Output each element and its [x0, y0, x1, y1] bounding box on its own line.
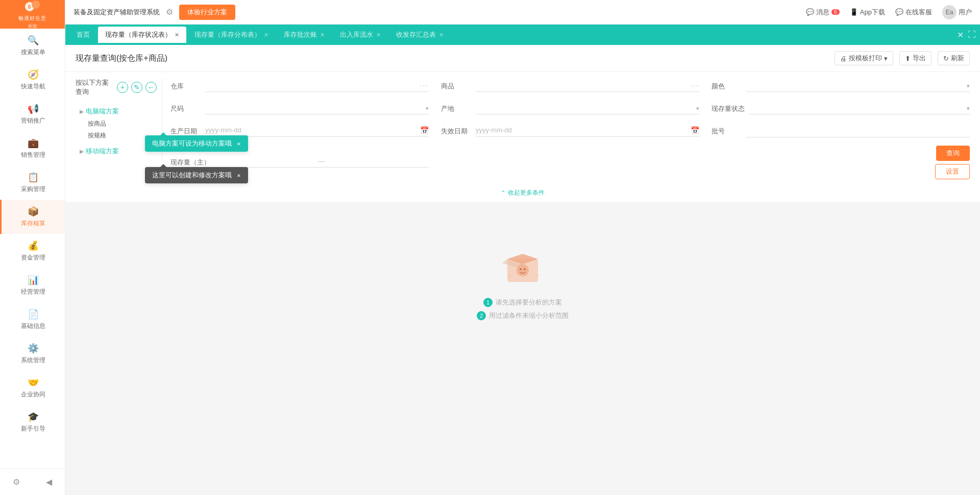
- print-dropdown-icon: ▾: [884, 55, 888, 62]
- stock-qty-to-input[interactable]: [327, 157, 429, 165]
- filter-batch-no: 批号: [712, 123, 970, 139]
- tabbar-right: ✕ ⛶: [957, 30, 976, 40]
- sidebar-item-system[interactable]: ⚙️系统管理: [0, 337, 65, 371]
- scheme-tooltip-1: 电脑方案可设为移动方案哦 ×: [145, 135, 248, 152]
- support-icon: 💬: [895, 8, 903, 16]
- sidebar-bottom: ⚙ ◀: [0, 468, 65, 495]
- collapse-bar[interactable]: ⌃ 收起更多条件: [76, 185, 970, 202]
- tab-close-inventory-dist[interactable]: ✕: [264, 32, 268, 38]
- tab-batch-account[interactable]: 库存批次账 ✕: [277, 27, 332, 43]
- produce-date-calendar-icon[interactable]: 📅: [420, 126, 429, 134]
- svg-point-6: [517, 264, 529, 276]
- export-icon: ⬆: [905, 55, 911, 62]
- print-btn[interactable]: 🖨 按模板打印 ▾: [835, 51, 893, 65]
- sidebar-item-purchase[interactable]: 📋采购管理: [0, 166, 65, 200]
- reset-button[interactable]: 设置: [935, 164, 970, 179]
- filter-size: 尺码 ▾: [170, 101, 429, 117]
- filter-origin: 产地 ▾: [441, 101, 699, 117]
- empty-step-2: 2 用过滤条件来缩小分析范围: [477, 311, 569, 320]
- tab-home[interactable]: 首页: [69, 30, 97, 39]
- sidebar-item-search[interactable]: 🔍搜索菜单: [0, 29, 65, 63]
- origin-dropdown[interactable]: ▾: [476, 103, 699, 114]
- refresh-btn[interactable]: ↻ 刷新: [938, 51, 970, 65]
- edit-scheme-btn[interactable]: ✎: [131, 82, 142, 93]
- empty-step-1: 1 请先选择要分析的方案: [483, 298, 562, 307]
- sidebar-item-operation[interactable]: 📊经营管理: [0, 268, 65, 302]
- color-dropdown[interactable]: ▾: [746, 81, 970, 92]
- tab-inventory-status[interactable]: 现存量（库存状况表） ✕: [98, 27, 186, 43]
- tab-close-inout-flow[interactable]: ✕: [376, 32, 381, 38]
- filter-color: 颜色 ▾: [712, 78, 970, 95]
- sidebar-item-guide[interactable]: 🧭快速导航: [0, 63, 65, 97]
- page-header: 现存量查询(按仓库+商品) 🖨 按模板打印 ▾ ⬆ 导出 ↻ 刷新: [65, 45, 980, 72]
- logo-icon: 6: [23, 0, 42, 14]
- collapse-up-icon: ⌃: [501, 190, 506, 197]
- tab-collect-summary[interactable]: 收发存汇总表 ✕: [389, 27, 451, 43]
- logo-text: 畅通好生意: [18, 15, 46, 22]
- online-support-btn[interactable]: 💬 在线客服: [895, 8, 932, 17]
- tab-close-collect-summary[interactable]: ✕: [439, 32, 444, 38]
- export-btn[interactable]: ⬆ 导出: [899, 51, 932, 65]
- sidebar-item-finance[interactable]: 💰资金管理: [0, 234, 65, 268]
- user-avatar: Ea: [942, 5, 957, 19]
- filter-header: 按以下方案查询 ＋ ✎ ←: [76, 78, 157, 97]
- tab-inventory-dist[interactable]: 现存量（库存分布表） ✕: [187, 27, 276, 43]
- sidebar-item-inventory[interactable]: 📦库存核算: [0, 200, 65, 234]
- scheme-tree: ▶ 电脑端方案 按商品 按规格 ▶ 移动端方案: [76, 103, 157, 162]
- produce-date-input[interactable]: [205, 126, 417, 134]
- sidebar-logo: 6 畅通好生意 标版: [0, 0, 65, 29]
- filter-area: 电脑方案可设为移动方案哦 × 这里可以创建和修改方案哦 × 按以下方案查询 ＋ …: [65, 72, 980, 203]
- sidebar-item-sales[interactable]: 💼销售管理: [0, 131, 65, 166]
- computer-scheme-item[interactable]: ▶ 电脑端方案: [76, 105, 157, 118]
- topbar-title: 装备及固定资产辅助管理系统: [74, 8, 160, 17]
- settings-bottom-icon[interactable]: ⚙: [9, 475, 24, 489]
- batch-no-input[interactable]: [746, 125, 970, 137]
- tooltip1-close[interactable]: ×: [237, 140, 241, 148]
- size-dropdown[interactable]: ▾: [205, 103, 429, 114]
- goods-input[interactable]: [476, 81, 688, 89]
- user-area[interactable]: Ea 用户: [942, 5, 972, 19]
- goods-dots[interactable]: ···: [690, 81, 699, 89]
- query-button[interactable]: 查询: [936, 146, 970, 161]
- content-area: 现存量查询(按仓库+商品) 🖨 按模板打印 ▾ ⬆ 导出 ↻ 刷新: [65, 45, 980, 495]
- message-btn[interactable]: 💬 消息 6: [806, 8, 840, 17]
- tab-close-batch-account[interactable]: ✕: [320, 32, 325, 38]
- sidebar-nav: 🔍搜索菜单 🧭快速导航 📢营销推广 💼销售管理 📋采购管理 📦库存核算 💰资金管…: [0, 29, 65, 468]
- back-scheme-btn[interactable]: ←: [145, 82, 157, 93]
- warehouse-input[interactable]: [205, 81, 418, 89]
- message-icon: 💬: [806, 8, 814, 16]
- beta-btn[interactable]: 体验行业方案: [179, 5, 235, 20]
- tab-inout-flow[interactable]: 出入库流水 ✕: [333, 27, 388, 43]
- stock-status-dropdown[interactable]: ▾: [749, 103, 970, 114]
- stock-qty-from-input[interactable]: [214, 157, 316, 165]
- svg-point-9: [508, 275, 511, 278]
- tab-close-inventory-status[interactable]: ✕: [175, 32, 179, 38]
- svg-text:6: 6: [28, 4, 31, 10]
- svg-point-7: [520, 268, 522, 270]
- page-actions: 🖨 按模板打印 ▾ ⬆ 导出 ↻ 刷新: [835, 51, 970, 65]
- app-download-btn[interactable]: 📱 App下载: [850, 8, 885, 17]
- tabbar: 首页 现存量（库存状况表） ✕ 现存量（库存分布表） ✕ 库存批次账 ✕ 出入库…: [65, 25, 980, 45]
- filter-goods: 商品 ···: [441, 78, 699, 95]
- add-scheme-btn[interactable]: ＋: [117, 82, 128, 93]
- topbar-right: 💬 消息 6 📱 App下载 💬 在线客服 Ea 用户: [806, 5, 972, 19]
- tabbar-close-icon[interactable]: ✕: [957, 30, 964, 40]
- tooltip2-close[interactable]: ×: [237, 172, 241, 179]
- sidebar-item-marketing[interactable]: 📢营销推广: [0, 97, 65, 131]
- expire-date-input[interactable]: [476, 126, 688, 134]
- svg-point-1: [32, 1, 40, 9]
- filter-expire-date: 失效日期 📅: [441, 123, 699, 139]
- collapse-sidebar-icon[interactable]: ◀: [42, 475, 56, 489]
- tabbar-fullscreen-icon[interactable]: ⛶: [968, 30, 976, 39]
- app-icon: 📱: [850, 8, 858, 16]
- filter-action-icons: ＋ ✎ ←: [117, 82, 157, 93]
- expire-date-calendar-icon[interactable]: 📅: [691, 126, 699, 134]
- message-badge: 6: [831, 9, 840, 15]
- warehouse-dots[interactable]: ···: [420, 81, 429, 89]
- step-1-num: 1: [483, 298, 493, 307]
- sidebar-item-newbie[interactable]: 🎓新手引导: [0, 405, 65, 439]
- sidebar-item-basic[interactable]: 📄基础信息: [0, 302, 65, 337]
- topbar-settings-icon[interactable]: ⚙: [166, 7, 173, 17]
- sidebar-item-enterprise[interactable]: 🤝企业协同: [0, 371, 65, 405]
- scheme-sub-by-goods[interactable]: 按商品: [76, 118, 157, 130]
